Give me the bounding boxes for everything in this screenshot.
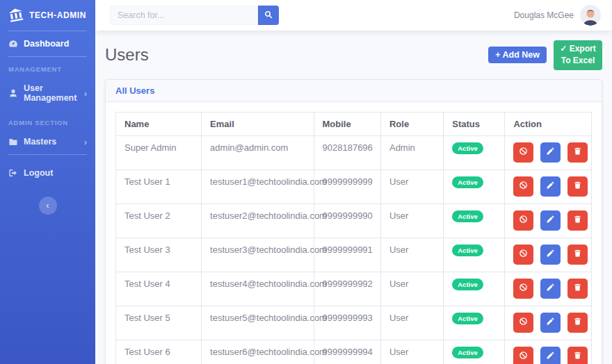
cell-action — [505, 272, 592, 306]
search-button[interactable] — [258, 6, 279, 25]
sidebar-item-dashboard[interactable]: Dashboard — [0, 31, 95, 56]
cell-role: User — [380, 306, 443, 340]
sign-out-icon — [8, 168, 18, 178]
trash-icon — [573, 283, 582, 294]
delete-user-button[interactable] — [567, 176, 588, 197]
users-card: All Users Name Email Mobile Role Status — [105, 79, 602, 364]
table-row: Test User 2 testuser2@techtoolindia.com … — [116, 204, 592, 238]
cell-name: Test User 6 — [116, 340, 202, 364]
cell-mobile: 9999999990 — [314, 204, 380, 238]
table-row: Test User 4 testuser4@techtoolindia.com … — [116, 272, 592, 306]
edit-user-button[interactable] — [540, 279, 561, 299]
delete-user-button[interactable] — [567, 142, 588, 163]
cell-mobile: 9999999999 — [314, 169, 380, 204]
delete-user-button[interactable] — [567, 313, 588, 333]
avatar — [580, 5, 601, 26]
block-user-button[interactable] — [513, 313, 533, 333]
block-user-button[interactable] — [513, 279, 533, 299]
delete-user-button[interactable] — [567, 347, 588, 364]
sidebar-toggle-button[interactable]: ‹ — [39, 197, 57, 215]
cell-role: User — [380, 169, 443, 204]
ban-icon — [519, 317, 528, 328]
table-header-row: Name Email Mobile Role Status Action — [116, 112, 592, 135]
ban-icon — [519, 147, 528, 158]
status-badge: Active — [452, 245, 483, 256]
folder-icon — [8, 137, 18, 147]
ban-icon — [519, 215, 528, 226]
cell-mobile: 9028187696 — [314, 135, 380, 169]
cell-action — [505, 204, 592, 238]
edit-user-button[interactable] — [540, 210, 561, 231]
edit-user-button[interactable] — [540, 313, 561, 333]
pencil-icon — [546, 147, 555, 158]
cell-email: testuser6@techtoolindia.com — [202, 340, 314, 364]
cell-email: testuser3@techtoolindia.com — [202, 238, 314, 272]
block-user-button[interactable] — [513, 210, 533, 231]
brand-text: TECH-ADMIN — [29, 10, 86, 20]
user-icon — [8, 88, 18, 98]
edit-user-button[interactable] — [540, 176, 561, 197]
sidebar-item-user-management[interactable]: User Management › — [0, 76, 95, 110]
cell-name: Test User 2 — [116, 204, 202, 238]
block-user-button[interactable] — [513, 142, 533, 163]
cell-action — [505, 135, 592, 169]
cell-status: Active — [444, 169, 505, 204]
trash-icon — [573, 317, 582, 328]
edit-user-button[interactable] — [540, 347, 561, 364]
pencil-icon — [546, 181, 555, 192]
block-user-button[interactable] — [513, 245, 533, 265]
cell-role: User — [380, 340, 443, 364]
delete-user-button[interactable] — [567, 245, 588, 265]
brand[interactable]: TECH-ADMIN — [0, 0, 95, 31]
add-new-button[interactable]: + Add New — [488, 47, 547, 63]
cell-role: User — [380, 238, 443, 272]
cell-mobile: 9999999993 — [314, 306, 380, 340]
cell-mobile: 9999999994 — [314, 340, 380, 364]
pencil-icon — [546, 249, 555, 260]
sidebar-item-label: Logout — [24, 168, 53, 178]
search-input[interactable] — [110, 6, 258, 25]
content: Users + Add New ✓ Export To Excel All Us… — [95, 31, 612, 364]
sidebar-item-label: User Management — [24, 83, 79, 103]
status-badge: Active — [452, 313, 483, 324]
col-header-action: Action — [505, 112, 592, 135]
delete-user-button[interactable] — [567, 210, 588, 231]
pencil-icon — [546, 283, 555, 294]
cell-email: testuser4@techtoolindia.com — [202, 272, 314, 306]
main-area: Douglas McGee Users + Add New ✓ Export T… — [95, 0, 612, 364]
sidebar-item-label: Dashboard — [24, 39, 69, 49]
pencil-icon — [546, 351, 555, 362]
cell-name: Test User 4 — [116, 272, 202, 306]
delete-user-button[interactable] — [567, 279, 588, 299]
block-user-button[interactable] — [513, 347, 533, 364]
page-title: Users — [105, 45, 149, 65]
cell-email: testuser5@techtoolindia.com — [202, 306, 314, 340]
edit-user-button[interactable] — [540, 142, 561, 163]
status-badge: Active — [452, 347, 483, 358]
sidebar-heading-admin-section: ADMIN SECTION — [0, 110, 95, 129]
page-head: Users + Add New ✓ Export To Excel — [105, 40, 602, 70]
user-name: Douglas McGee — [514, 10, 574, 20]
cell-status: Active — [444, 272, 505, 306]
pencil-icon — [546, 317, 555, 328]
export-label: Export To Excel — [561, 44, 596, 65]
sidebar-item-label: Masters — [24, 137, 56, 147]
cell-role: Admin — [380, 135, 443, 169]
sidebar-item-masters[interactable]: Masters › — [0, 129, 95, 154]
export-excel-button[interactable]: ✓ Export To Excel — [554, 40, 602, 70]
cell-mobile: 9999999991 — [314, 238, 380, 272]
trash-icon — [573, 249, 582, 260]
cell-action — [505, 340, 592, 364]
status-badge: Active — [452, 210, 483, 222]
cell-action — [505, 169, 592, 204]
edit-user-button[interactable] — [540, 245, 561, 265]
plus-icon: + — [495, 50, 500, 60]
status-badge: Active — [452, 142, 483, 154]
block-user-button[interactable] — [513, 176, 533, 197]
user-menu[interactable]: Douglas McGee — [514, 5, 601, 26]
cell-name: Test User 3 — [116, 238, 202, 272]
topbar: Douglas McGee — [95, 0, 612, 31]
tachometer-icon — [8, 39, 18, 49]
sidebar-item-logout[interactable]: Logout — [0, 160, 95, 185]
cell-email: testuser1@techtoolindia.com — [202, 169, 314, 204]
